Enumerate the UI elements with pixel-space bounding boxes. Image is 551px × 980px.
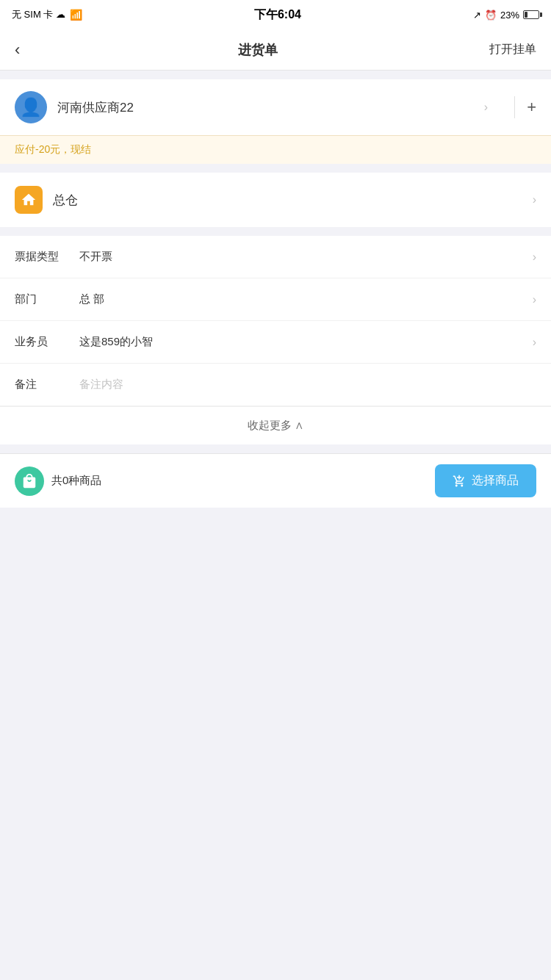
page-title: 进货单 bbox=[238, 41, 278, 59]
battery-percent: 23% bbox=[500, 10, 519, 21]
bottom-bar: 共0种商品 选择商品 bbox=[0, 453, 551, 508]
gap-2 bbox=[0, 164, 551, 173]
product-count-text: 共0种商品 bbox=[51, 474, 101, 488]
avatar: 👤 bbox=[15, 91, 47, 123]
department-row[interactable]: 部门 总 部 › bbox=[0, 278, 551, 321]
gap-1 bbox=[0, 71, 551, 79]
gap-4 bbox=[0, 444, 551, 453]
notice-text: 应付-20元，现结 bbox=[15, 143, 91, 155]
remark-label: 备注 bbox=[15, 378, 73, 392]
collapse-button[interactable]: 收起更多 ∧ bbox=[0, 406, 551, 444]
chevron-right-icon: › bbox=[484, 101, 488, 114]
department-chevron-icon: › bbox=[533, 293, 536, 306]
invoice-label: 票据类型 bbox=[15, 250, 73, 264]
shopping-bag-icon bbox=[21, 473, 37, 489]
back-button[interactable]: ‹ bbox=[15, 35, 26, 65]
status-time: 下午6:04 bbox=[254, 7, 301, 23]
sim-label: 无 SIM 卡 ☁ bbox=[12, 8, 65, 21]
add-button[interactable]: + bbox=[527, 98, 536, 117]
warehouse-row[interactable]: 总仓 › bbox=[0, 173, 551, 227]
warehouse-label: 总仓 bbox=[53, 192, 533, 209]
home-icon bbox=[21, 192, 37, 208]
chevron-icon: › bbox=[533, 193, 536, 206]
gray-area bbox=[0, 508, 551, 728]
alarm-icon: ⏰ bbox=[485, 10, 497, 21]
wifi-icon: 📶 bbox=[70, 9, 82, 21]
select-product-button[interactable]: 选择商品 bbox=[435, 464, 536, 497]
supplier-section: 👤 河南供应商22 › + 应付-20元，现结 bbox=[0, 79, 551, 164]
salesman-chevron-icon: › bbox=[533, 336, 536, 349]
product-count-area: 共0种商品 bbox=[15, 466, 101, 496]
gap-3 bbox=[0, 227, 551, 236]
invoice-chevron-icon: › bbox=[533, 251, 536, 264]
person-icon: 👤 bbox=[20, 97, 42, 118]
form-section: 票据类型 不开票 › 部门 总 部 › 业务员 这是859的小智 › 备注 备注… bbox=[0, 236, 551, 444]
warehouse-icon-wrap bbox=[15, 186, 43, 214]
department-value: 总 部 bbox=[79, 292, 533, 306]
bag-icon-wrap bbox=[15, 466, 44, 496]
salesman-value: 这是859的小智 bbox=[79, 335, 533, 349]
remark-input[interactable]: 备注内容 bbox=[79, 378, 536, 392]
supplier-name: 河南供应商22 bbox=[57, 99, 484, 116]
open-pending-button[interactable]: 打开挂单 bbox=[489, 42, 536, 57]
nav-bar: ‹ 进货单 打开挂单 bbox=[0, 29, 551, 71]
invoice-row[interactable]: 票据类型 不开票 › bbox=[0, 236, 551, 278]
select-product-label: 选择商品 bbox=[472, 473, 519, 489]
salesman-label: 业务员 bbox=[15, 335, 73, 349]
cart-icon bbox=[453, 475, 466, 488]
department-label: 部门 bbox=[15, 292, 73, 306]
remark-row[interactable]: 备注 备注内容 bbox=[0, 364, 551, 406]
status-right: ↗ ⏰ 23% bbox=[473, 10, 539, 21]
invoice-value: 不开票 bbox=[79, 250, 533, 264]
divider bbox=[514, 96, 515, 118]
supplier-row[interactable]: 👤 河南供应商22 › + bbox=[0, 79, 551, 135]
warehouse-section: 总仓 › bbox=[0, 173, 551, 227]
salesman-row[interactable]: 业务员 这是859的小智 › bbox=[0, 321, 551, 364]
battery-icon bbox=[523, 10, 539, 19]
notice-bar: 应付-20元，现结 bbox=[0, 135, 551, 164]
status-bar: 无 SIM 卡 ☁ 📶 下午6:04 ↗ ⏰ 23% bbox=[0, 0, 551, 29]
location-icon: ↗ bbox=[473, 10, 481, 21]
status-left: 无 SIM 卡 ☁ 📶 bbox=[12, 8, 82, 21]
